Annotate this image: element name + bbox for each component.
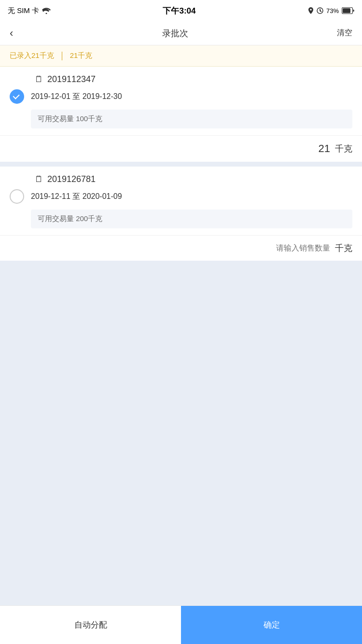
batch1-quantity-value: 21 (319, 142, 330, 155)
batch2-date: 2019-12-11 至 2020-01-09 (31, 192, 122, 202)
svg-rect-2 (343, 8, 350, 13)
card-separator (0, 162, 362, 167)
batch1-quantity-unit: 千克 (335, 143, 352, 154)
batch2-quantity-input[interactable] (243, 244, 330, 252)
batch1-id: 2019112347 (47, 74, 96, 84)
status-bar-right: 73% (308, 7, 354, 14)
status-bar-time: 下午3:04 (163, 5, 195, 16)
batch1-quantity-row: 21 千克 (0, 135, 362, 162)
bottom-spacer (0, 261, 362, 605)
batch2-id: 2019126781 (47, 174, 96, 184)
batch2-radio[interactable] (10, 189, 24, 204)
batch1-available: 可用交易量 100千克 (31, 110, 352, 128)
battery-icon (342, 7, 354, 14)
batch2-available: 可用交易量 200千克 (31, 210, 352, 228)
batch-card-2: 🗒 2019126781 2019-12-11 至 2020-01-09 可用交… (0, 167, 362, 261)
auto-distribute-button[interactable]: 自动分配 (0, 606, 181, 644)
batch2-quantity-row: 千克 (0, 235, 362, 261)
batch2-quantity-unit: 千克 (335, 242, 352, 254)
page-title: 录批次 (162, 28, 188, 39)
batch2-date-row[interactable]: 2019-12-11 至 2020-01-09 (10, 189, 352, 204)
batch-card-1: 🗒 2019112347 2019-12-01 至 2019-12-30 可用交… (0, 67, 362, 162)
clear-button[interactable]: 清空 (337, 28, 352, 38)
recorded-text: 已录入21千克 (10, 51, 54, 60)
location-icon (308, 7, 314, 14)
batch2-id-row: 🗒 2019126781 (10, 174, 352, 184)
batch1-radio[interactable] (10, 89, 24, 104)
batch1-id-row: 🗒 2019112347 (10, 74, 352, 84)
carrier-text: 无 SIM 卡 (8, 6, 39, 15)
confirm-button[interactable]: 确定 (181, 606, 362, 644)
info-banner: 已录入21千克 21千克 (0, 45, 362, 67)
clock-icon (317, 7, 323, 14)
back-button[interactable]: ‹ (10, 27, 13, 40)
batch1-date-row[interactable]: 2019-12-01 至 2019-12-30 (10, 89, 352, 104)
bottom-bar: 自动分配 确定 (0, 605, 362, 644)
status-bar: 无 SIM 卡 下午3:04 73% (0, 0, 362, 21)
status-bar-left: 无 SIM 卡 (8, 6, 51, 15)
banner-divider (62, 52, 62, 60)
batch1-date: 2019-12-01 至 2019-12-30 (31, 92, 122, 102)
batch1-doc-icon: 🗒 (35, 74, 43, 84)
nav-bar: ‹ 录批次 清空 (0, 21, 362, 45)
wifi-icon (42, 7, 51, 14)
amount-text: 21千克 (70, 51, 93, 60)
battery-text: 73% (326, 7, 339, 14)
batch2-doc-icon: 🗒 (35, 174, 43, 184)
